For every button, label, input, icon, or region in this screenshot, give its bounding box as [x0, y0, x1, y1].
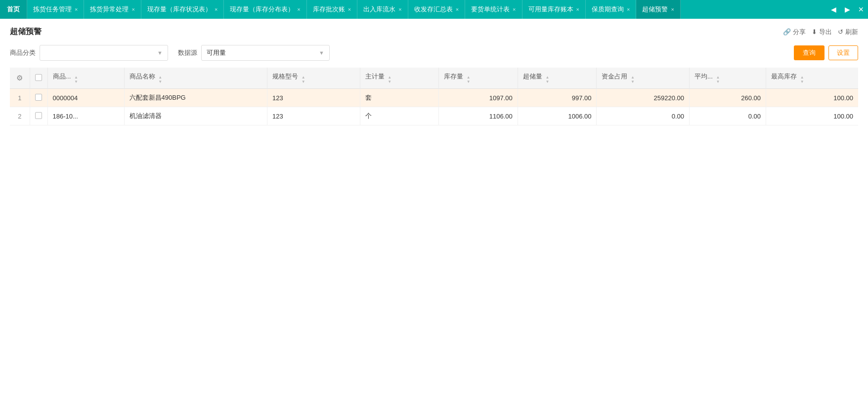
col-stock-sort[interactable]: ▲▼: [467, 76, 471, 84]
refresh-button[interactable]: ↺ 刷新: [838, 28, 858, 37]
header-actions: 🔗 分享 ⬇ 导出 ↺ 刷新: [783, 28, 858, 37]
col-capital-label: 资金占用: [602, 73, 627, 80]
header-checkbox[interactable]: [35, 74, 42, 81]
page-title: 超储预警: [10, 27, 42, 37]
datasource-label: 数据源: [178, 48, 197, 57]
row-1-code: 0000004: [47, 89, 124, 107]
col-spec-sort[interactable]: ▲▼: [302, 76, 305, 84]
row-1-unit: 套: [360, 89, 439, 107]
tab-4-close[interactable]: ×: [297, 6, 300, 12]
page-container: 超储预警 🔗 分享 ⬇ 导出 ↺ 刷新 商品分类 ▼ 数据源: [0, 19, 868, 133]
col-header-capital: 资金占用 ▲▼: [597, 68, 690, 89]
col-spec-label: 规格型号: [272, 73, 298, 80]
tab-6[interactable]: 出入库流水 ×: [357, 0, 408, 19]
col-code-sort[interactable]: ▲▼: [74, 76, 78, 84]
col-header-max: 最高库存 ▲▼: [766, 68, 859, 89]
col-header-checkbox: [30, 68, 47, 89]
col-overstock-sort[interactable]: ▲▼: [545, 76, 549, 84]
col-max-label: 最高库存: [771, 73, 797, 80]
row-1-checkbox[interactable]: [35, 94, 42, 101]
col-stock-label: 库存量: [444, 73, 463, 80]
tab-5-close[interactable]: ×: [348, 6, 351, 12]
settings-button[interactable]: 设置: [828, 45, 858, 60]
data-table: ⚙ 商品... ▲▼ 商品名称 ▲▼ 规格型号 ▲▼: [10, 68, 858, 125]
nav-arrow-close[interactable]: ✕: [854, 0, 868, 19]
category-filter-group: 商品分类 ▼: [10, 45, 168, 61]
home-label: 首页: [7, 5, 20, 14]
tab-3-close[interactable]: ×: [215, 6, 217, 12]
col-avg-label: 平均...: [694, 73, 713, 80]
nav-arrow-right[interactable]: ▶: [840, 0, 854, 19]
nav-home[interactable]: 首页: [0, 0, 27, 19]
row-1-checkbox-cell: [30, 89, 47, 107]
tab-10[interactable]: 保质期查询 ×: [586, 0, 636, 19]
col-unit-sort[interactable]: ▲▼: [388, 76, 391, 84]
datasource-select[interactable]: 可用量 ▼: [201, 45, 330, 61]
filter-buttons: 查询 设置: [794, 45, 858, 60]
top-navigation: 首页 拣货任务管理 × 拣货异常处理 × 现存量（库存状况表） × 现存量（库存…: [0, 0, 868, 19]
col-unit-label: 主计量: [365, 73, 385, 80]
tab-1-label: 拣货任务管理: [33, 5, 72, 14]
tab-1-close[interactable]: ×: [75, 6, 78, 12]
tab-7[interactable]: 收发存汇总表 ×: [408, 0, 465, 19]
category-select[interactable]: ▼: [40, 45, 168, 61]
tab-9[interactable]: 可用量库存账本 ×: [522, 0, 586, 19]
col-header-gear: ⚙: [10, 68, 30, 89]
query-button[interactable]: 查询: [794, 45, 825, 60]
export-icon: ⬇: [812, 28, 817, 36]
tab-7-close[interactable]: ×: [456, 6, 459, 12]
tab-1[interactable]: 拣货任务管理 ×: [27, 0, 84, 19]
export-button[interactable]: ⬇ 导出: [812, 28, 832, 37]
tab-2[interactable]: 拣货异常处理 ×: [84, 0, 141, 19]
tab-7-label: 收发存汇总表: [414, 5, 453, 14]
tab-9-close[interactable]: ×: [576, 6, 579, 12]
col-header-overstock: 超储量 ▲▼: [518, 68, 597, 89]
tab-5[interactable]: 库存批次账 ×: [307, 0, 357, 19]
tab-11[interactable]: 超储预警 ×: [636, 0, 680, 19]
col-name-label: 商品名称: [130, 73, 155, 80]
col-header-avg: 平均... ▲▼: [689, 68, 766, 89]
row-2-spec: 123: [267, 107, 360, 125]
row-2-checkbox[interactable]: [35, 112, 42, 119]
tab-8[interactable]: 要货单统计表 ×: [465, 0, 522, 19]
tab-10-close[interactable]: ×: [627, 6, 630, 12]
tab-11-close[interactable]: ×: [671, 6, 674, 12]
tab-4[interactable]: 现存量（库存分布表） ×: [224, 0, 306, 19]
col-header-spec: 规格型号 ▲▼: [267, 68, 360, 89]
col-capital-sort[interactable]: ▲▼: [631, 76, 635, 84]
row-2-name: 机油滤清器: [124, 107, 267, 125]
share-label: 分享: [793, 28, 806, 37]
row-2-capital: 0.00: [597, 107, 690, 125]
row-1-overstock: 997.00: [518, 89, 597, 107]
row-1-name: 六配套新昌490BPG: [124, 89, 267, 107]
tab-10-label: 保质期查询: [592, 5, 624, 14]
col-name-sort[interactable]: ▲▼: [158, 76, 162, 84]
row-1-max: 100.00: [766, 89, 859, 107]
nav-arrows: ◀ ▶ ✕: [826, 0, 868, 19]
col-header-stock: 库存量 ▲▼: [439, 68, 518, 89]
settings-gear-icon[interactable]: ⚙: [16, 74, 23, 82]
col-header-unit: 主计量 ▲▼: [360, 68, 439, 89]
tab-3[interactable]: 现存量（库存状况表） ×: [141, 0, 224, 19]
row-2-overstock: 1006.00: [518, 107, 597, 125]
refresh-icon: ↺: [838, 28, 843, 36]
category-arrow-icon: ▼: [157, 50, 163, 56]
tab-8-close[interactable]: ×: [513, 6, 516, 12]
tab-2-close[interactable]: ×: [131, 6, 134, 12]
table-header: ⚙ 商品... ▲▼ 商品名称 ▲▼ 规格型号 ▲▼: [10, 68, 858, 89]
col-avg-sort[interactable]: ▲▼: [716, 76, 720, 84]
nav-arrow-left[interactable]: ◀: [826, 0, 840, 19]
filter-area: 商品分类 ▼ 数据源 可用量 ▼ 查询 设置: [10, 45, 858, 61]
col-max-sort[interactable]: ▲▼: [800, 76, 804, 84]
row-2-unit: 个: [360, 107, 439, 125]
share-icon: 🔗: [783, 28, 791, 36]
col-code-label: 商品...: [53, 73, 71, 80]
tab-8-label: 要货单统计表: [471, 5, 510, 14]
tab-11-label: 超储预警: [642, 5, 668, 14]
table-header-row: ⚙ 商品... ▲▼ 商品名称 ▲▼ 规格型号 ▲▼: [10, 68, 858, 89]
col-overstock-label: 超储量: [523, 73, 542, 80]
table-row: 2 186-10... 机油滤清器 123 个 1106.00 1006.00 …: [10, 107, 858, 125]
row-2-checkbox-cell: [30, 107, 47, 125]
tab-6-close[interactable]: ×: [398, 6, 401, 12]
share-button[interactable]: 🔗 分享: [783, 28, 806, 37]
